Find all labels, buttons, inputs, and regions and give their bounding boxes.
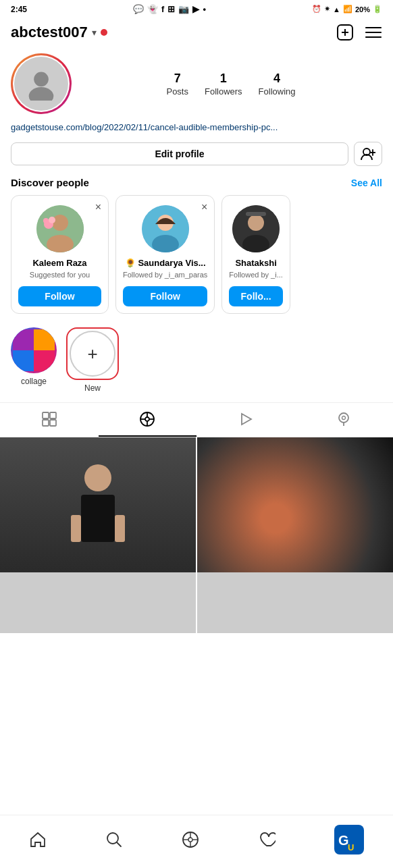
grid-item-1[interactable] xyxy=(0,437,196,633)
thumb-2 xyxy=(197,437,393,572)
svg-point-6 xyxy=(34,72,49,87)
svg-rect-28 xyxy=(43,412,49,418)
following-count: 4 xyxy=(259,72,296,86)
bottom-nav: G U xyxy=(0,815,393,868)
app-header: abctest007 ▾ xyxy=(0,18,393,47)
menu-button[interactable] xyxy=(365,25,382,40)
status-time: 2:45 xyxy=(11,5,27,14)
svg-rect-26 xyxy=(34,350,55,371)
thumb-1 xyxy=(0,437,196,572)
close-suggestion-1[interactable]: × xyxy=(95,201,101,213)
svg-point-41 xyxy=(84,464,111,491)
card-sub-3: Followed by _i... xyxy=(229,270,282,279)
posts-label: Posts xyxy=(166,86,188,97)
time-display: 2:45 xyxy=(11,5,27,14)
card-avatar-1 xyxy=(36,205,84,252)
follow-button-1[interactable]: Follow xyxy=(18,286,101,306)
content-tabs xyxy=(0,402,393,437)
gadgets-logo: G U xyxy=(334,825,364,855)
play-icon xyxy=(238,411,254,427)
follow-button-2[interactable]: Follow xyxy=(123,286,207,306)
bio-link[interactable]: gadgetstouse.com/blog/2022/02/11/cancel-… xyxy=(0,121,393,138)
card-person-1 xyxy=(36,205,84,252)
svg-text:U: U xyxy=(348,842,354,852)
grid-item-2[interactable] xyxy=(197,437,393,633)
svg-rect-29 xyxy=(50,412,56,418)
edit-profile-button[interactable]: Edit profile xyxy=(11,142,348,165)
card-person-3 xyxy=(232,205,280,252)
signal-icon: 📶 xyxy=(343,5,352,13)
bluetooth-icon: ✴ xyxy=(324,5,330,13)
profile-stats: 7 Posts 1 Followers 4 Following xyxy=(80,72,382,97)
battery-icon: 🔋 xyxy=(373,5,382,13)
add-post-button[interactable] xyxy=(336,24,354,41)
header-right xyxy=(336,24,382,41)
follow-button-3[interactable]: Follo... xyxy=(229,286,282,306)
svg-point-15 xyxy=(49,217,55,223)
svg-rect-30 xyxy=(43,420,49,426)
suggestion-card-2: × 🌻 Saundarya Vis... Followed by _i_am_p… xyxy=(115,195,215,314)
followers-stat[interactable]: 1 Followers xyxy=(205,72,242,97)
profile-section: 7 Posts 1 Followers 4 Following xyxy=(0,47,393,121)
svg-marker-38 xyxy=(242,414,251,425)
person-icon xyxy=(24,67,58,101)
wifi-icon: ▲ xyxy=(333,5,340,13)
grid-icon: ⊞ xyxy=(167,4,175,14)
see-all-link[interactable]: See All xyxy=(351,178,382,188)
nav-profile-button[interactable]: G U xyxy=(326,822,372,857)
nav-home-button[interactable] xyxy=(21,828,55,851)
following-stat[interactable]: 4 Following xyxy=(259,72,296,97)
posts-count: 7 xyxy=(166,72,188,86)
posts-stat[interactable]: 7 Posts xyxy=(166,72,188,97)
avatar-inner xyxy=(13,55,70,112)
collage-ring xyxy=(11,327,57,373)
svg-rect-42 xyxy=(81,495,115,542)
person-thumb-1 xyxy=(71,458,125,552)
svg-point-48 xyxy=(188,838,192,842)
tab-play[interactable] xyxy=(196,403,295,437)
dot-icon: • xyxy=(203,4,206,14)
nav-search-button[interactable] xyxy=(97,828,131,851)
nav-reels-button[interactable] xyxy=(174,828,207,851)
close-suggestion-2[interactable]: × xyxy=(201,201,207,213)
tagged-icon xyxy=(336,411,352,427)
yt-icon: ▶ xyxy=(192,4,199,14)
collage-image xyxy=(13,329,55,371)
grid-icon xyxy=(41,411,57,427)
card-avatar-3 xyxy=(232,205,280,252)
story-new[interactable]: + New xyxy=(66,327,119,393)
new-story-highlight: + xyxy=(66,327,119,380)
reels-icon xyxy=(139,411,155,427)
tab-reels[interactable] xyxy=(99,403,197,437)
tab-tagged[interactable] xyxy=(295,403,394,437)
card-sub-1: Suggested for you xyxy=(30,270,90,279)
logo-icon: G U xyxy=(336,826,363,853)
svg-point-16 xyxy=(43,218,49,223)
snap-icon: 👻 xyxy=(147,4,158,14)
svg-point-12 xyxy=(52,215,68,231)
svg-rect-25 xyxy=(13,329,34,350)
add-person-icon xyxy=(361,147,375,161)
dropdown-icon[interactable]: ▾ xyxy=(92,27,97,38)
profile-actions: Edit profile xyxy=(0,138,393,170)
svg-point-39 xyxy=(339,413,348,423)
nav-heart-button[interactable] xyxy=(250,828,284,851)
add-person-button[interactable] xyxy=(354,142,382,166)
online-dot xyxy=(101,29,107,36)
new-label: New xyxy=(84,383,101,393)
search-icon xyxy=(105,831,123,848)
svg-rect-44 xyxy=(115,515,125,542)
svg-rect-43 xyxy=(71,515,81,542)
collage-label: collage xyxy=(21,377,47,386)
add-square-icon xyxy=(336,24,354,41)
story-collage[interactable]: collage xyxy=(11,327,57,386)
svg-point-21 xyxy=(248,215,264,231)
fb-icon: f xyxy=(161,4,164,14)
home-icon xyxy=(29,831,47,848)
msg-icon: 💬 xyxy=(133,4,144,14)
suggestion-card-1: × Kaleem Raza Suggested for you Follow xyxy=(11,195,109,314)
tab-grid[interactable] xyxy=(0,403,99,437)
discover-header: Discover people See All xyxy=(0,170,393,192)
avatar-wrapper[interactable] xyxy=(11,53,72,114)
plus-icon: + xyxy=(87,345,97,362)
